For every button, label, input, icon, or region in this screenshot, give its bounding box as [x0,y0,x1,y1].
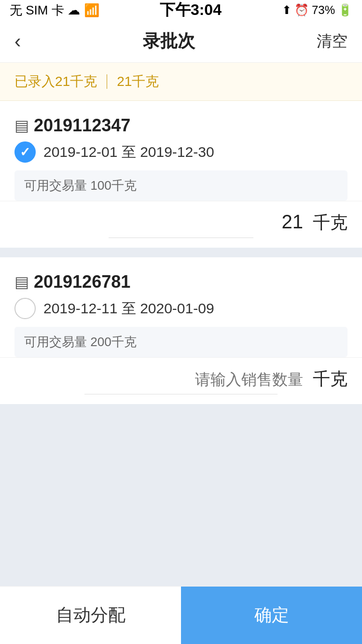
batch1-date-row: 2019-12-01 至 2019-12-30 [14,141,348,163]
back-button[interactable]: ‹ [14,30,21,52]
batch2-date: 2019-12-11 至 2020-01-09 [43,299,214,319]
status-left: 无 SIM 卡 ☁ 📶 [10,2,99,19]
batch1-quantity-value[interactable]: 21 [282,211,304,233]
batch1-quantity-unit: 千克 [313,211,348,235]
batch-card-1: ▤ 2019112347 2019-12-01 至 2019-12-30 可用交… [0,101,362,201]
battery-label: 73% [312,3,335,17]
summary-bar: 已录入21千克 21千克 [0,63,362,101]
batch2-checkbox[interactable] [14,298,36,319]
batch1-quantity-divider [109,238,253,238]
batch2-unit: 千克 [313,367,348,391]
batch-card-2: ▤ 2019126781 2019-12-11 至 2020-01-09 可用交… [0,257,362,357]
batch1-icon: ▤ [14,116,29,135]
batch2-input-divider [84,394,278,394]
batch2-available: 可用交易量 200千克 [14,327,348,357]
section-divider [0,248,362,257]
bottom-bar: 自动分配 确定 [0,586,362,644]
auto-distribute-button[interactable]: 自动分配 [0,587,181,644]
batch2-header: ▤ 2019126781 [14,272,348,292]
batch2-input-row: 千克 [0,357,362,404]
clear-button[interactable]: 清空 [317,31,348,52]
alarm-icon: ⏰ [294,3,309,17]
batch2-id: 2019126781 [34,272,130,292]
status-right: ⬆ ⏰ 73% 🔋 [282,3,352,17]
batch1-quantity-row: 21 千克 [0,201,362,248]
batch1-id: 2019112347 [34,115,130,136]
summary-total: 21千克 [117,72,159,91]
battery-icon: 🔋 [338,3,352,17]
status-time: 下午3:04 [160,0,222,21]
batch1-header: ▤ 2019112347 [14,115,348,136]
batch2-date-row: 2019-12-11 至 2020-01-09 [14,298,348,319]
batch1-available: 可用交易量 100千克 [14,170,348,201]
wifi-icon: 📶 [84,3,99,18]
batch2-icon: ▤ [14,273,29,291]
status-bar: 无 SIM 卡 ☁ 📶 下午3:04 ⬆ ⏰ 73% 🔋 [0,0,362,20]
confirm-button[interactable]: 确定 [181,587,362,644]
summary-divider [107,74,107,89]
page-title: 录批次 [143,29,195,53]
batch1-checkbox[interactable] [14,141,36,163]
batch1-date: 2019-12-01 至 2019-12-30 [43,142,214,162]
location-icon: ⬆ [282,3,292,17]
summary-recorded: 已录入21千克 [14,72,97,91]
no-sim-label: 无 SIM 卡 ☁ [10,2,80,19]
nav-bar: ‹ 录批次 清空 [0,20,362,63]
batch2-quantity-input[interactable] [14,371,303,389]
